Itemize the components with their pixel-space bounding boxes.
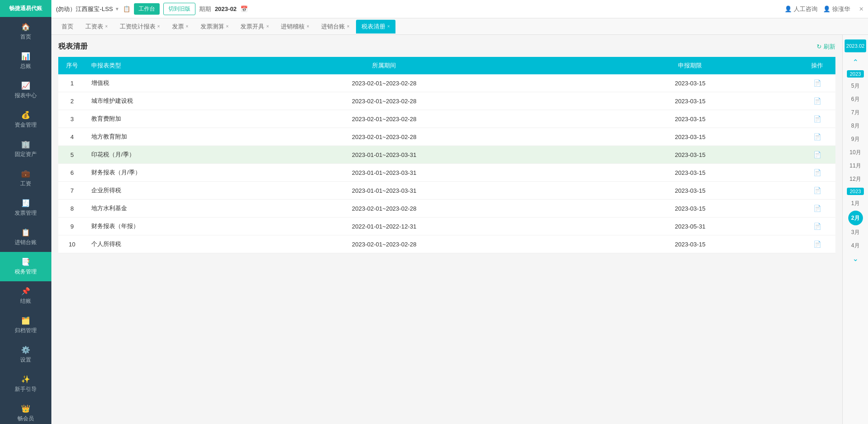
action-icon[interactable]: 📄 xyxy=(813,205,821,212)
sidebar-item-closing[interactable]: 📌 结账 xyxy=(0,281,51,311)
purchase-sales-icon: 📋 xyxy=(21,228,30,237)
cell-no: 5 xyxy=(58,146,86,164)
page-title: 税表清册 xyxy=(58,42,88,51)
table-row: 5 印花税（月/季） 2023-01-01~2023-03-31 2023-03… xyxy=(58,146,835,164)
sidebar-item-ledger[interactable]: 📊 总账 xyxy=(0,46,51,76)
close-button[interactable]: × xyxy=(859,5,863,13)
date-month-5[interactable]: 5月 xyxy=(846,80,866,92)
cell-deadline: 2023-03-15 xyxy=(582,200,799,218)
tab-close-icon[interactable]: × xyxy=(347,24,350,29)
sidebar-item-reports[interactable]: 📈 报表中心 xyxy=(0,76,51,105)
sidebar-item-salary[interactable]: 💼 工资 xyxy=(0,164,51,193)
refresh-button[interactable]: ↻ 刷新 xyxy=(817,43,835,51)
sidebar-item-label: 首页 xyxy=(20,33,31,41)
date-month-12[interactable]: 12月 xyxy=(846,173,866,185)
reports-icon: 📈 xyxy=(21,81,30,90)
action-icon[interactable]: 📄 xyxy=(813,97,821,105)
cell-no: 8 xyxy=(58,200,86,218)
cell-period: 2022-01-01~2022-12-31 xyxy=(187,218,582,235)
tab-salary-stats[interactable]: 工资统计报表 × xyxy=(114,20,166,33)
cell-action: 📄 xyxy=(799,74,835,92)
action-icon[interactable]: 📄 xyxy=(813,79,821,87)
date-scroll-down-button[interactable]: ⌄ xyxy=(851,252,860,265)
cell-action: 📄 xyxy=(799,218,835,235)
switch-old-button[interactable]: 切到旧版 xyxy=(163,3,195,15)
sidebar-item-guide[interactable]: ✨ 新手引导 xyxy=(0,369,51,399)
action-icon[interactable]: 📄 xyxy=(813,115,821,123)
action-icon[interactable]: 📄 xyxy=(813,223,821,230)
workbench-button[interactable]: 工作台 xyxy=(134,3,160,15)
action-icon[interactable]: 📄 xyxy=(813,169,821,176)
sidebar-item-settings[interactable]: ⚙️ 设置 xyxy=(0,340,51,369)
help-button[interactable]: 👤 人工咨询 xyxy=(785,5,818,13)
sidebar-item-fixed-assets[interactable]: 🏢 固定资产 xyxy=(0,134,51,164)
tab-close-icon[interactable]: × xyxy=(306,24,309,29)
date-month-2-active[interactable]: 2月 xyxy=(848,211,863,225)
sidebar-item-label: 畅会员 xyxy=(17,415,34,423)
col-header-period: 所属期间 xyxy=(187,57,582,74)
date-month-7[interactable]: 7月 xyxy=(846,106,866,119)
tab-invoice[interactable]: 发票 × xyxy=(167,20,194,33)
date-month-6[interactable]: 6月 xyxy=(846,93,866,106)
action-icon[interactable]: 📄 xyxy=(813,240,821,248)
sidebar-item-archive[interactable]: 🗂️ 归档管理 xyxy=(0,311,51,340)
sidebar-item-label: 总账 xyxy=(20,62,31,70)
col-header-action: 操作 xyxy=(799,57,835,74)
cell-deadline: 2023-03-15 xyxy=(582,74,799,92)
tab-purchase-ledger[interactable]: 进销台账 × xyxy=(316,20,355,33)
cell-no: 3 xyxy=(58,110,86,128)
tab-home[interactable]: 首页 xyxy=(56,20,79,33)
date-month-9[interactable]: 9月 xyxy=(846,133,866,145)
topbar-right: 👤 人工咨询 👤 徐涨华 × xyxy=(785,5,863,13)
tab-invoice-open[interactable]: 发票开具 × xyxy=(235,20,274,33)
tab-close-icon[interactable]: × xyxy=(226,24,229,29)
date-month-1[interactable]: 1月 xyxy=(846,197,866,210)
sidebar-item-invoice[interactable]: 🧾 发票管理 xyxy=(0,193,51,223)
sidebar-item-label: 归档管理 xyxy=(15,327,37,335)
cell-action: 📄 xyxy=(799,110,835,128)
period-value: 2023-02 xyxy=(215,6,237,12)
tab-close-icon[interactable]: × xyxy=(266,24,269,29)
period-label: 期期 xyxy=(199,5,211,13)
sidebar-item-funds[interactable]: 💰 资金管理 xyxy=(0,105,51,134)
action-icon[interactable]: 📄 xyxy=(813,133,821,140)
sidebar-item-purchase-sales[interactable]: 📋 进销台账 xyxy=(0,223,51,252)
date-month-11[interactable]: 11月 xyxy=(846,160,866,172)
sidebar-item-home[interactable]: 🏠 首页 xyxy=(0,17,51,46)
sidebar-item-member[interactable]: 👑 畅会员 xyxy=(0,399,51,424)
tab-close-icon[interactable]: × xyxy=(387,24,390,29)
cell-type: 增值税 xyxy=(86,74,187,92)
cell-period: 2023-02-01~2023-02-28 xyxy=(187,235,582,253)
content-area: 税表清册 ↻ 刷新 序号 申报表类型 所属期间 申报期限 操作 xyxy=(51,35,868,424)
sidebar: 畅捷通易代账 🏠 首页 📊 总账 📈 报表中心 💰 资金管理 🏢 固定资产 💼 … xyxy=(0,0,51,424)
date-scroll-up-button[interactable]: ⌃ xyxy=(851,56,860,68)
cell-no: 4 xyxy=(58,128,86,146)
tab-salary-table[interactable]: 工资表 × xyxy=(80,20,113,33)
action-icon[interactable]: 📄 xyxy=(813,151,821,158)
page-header: 税表清册 ↻ 刷新 xyxy=(58,42,835,51)
tab-close-icon[interactable]: × xyxy=(157,24,160,29)
table-row: 3 教育费附加 2023-02-01~2023-02-28 2023-03-15… xyxy=(58,110,835,128)
table-row: 9 财务报表（年报） 2022-01-01~2022-12-31 2023-05… xyxy=(58,218,835,235)
date-month-3[interactable]: 3月 xyxy=(846,226,866,239)
date-month-10[interactable]: 10月 xyxy=(846,146,866,159)
cell-period: 2023-02-01~2023-02-28 xyxy=(187,74,582,92)
date-month-4[interactable]: 4月 xyxy=(846,240,866,252)
date-month-8[interactable]: 8月 xyxy=(846,120,866,132)
sidebar-item-label: 固定资产 xyxy=(15,151,37,158)
tab-purchase-audit[interactable]: 进销稽核 × xyxy=(275,20,315,33)
tab-close-icon[interactable]: × xyxy=(186,24,189,29)
calendar-icon[interactable]: 📅 xyxy=(240,6,248,12)
company-selector[interactable]: (勿动）江西服宝-LSS ▼ xyxy=(56,5,119,13)
cell-action: 📄 xyxy=(799,92,835,110)
tab-close-icon[interactable]: × xyxy=(105,24,108,29)
action-icon[interactable]: 📄 xyxy=(813,187,821,194)
sidebar-item-tax[interactable]: 📑 税务管理 xyxy=(0,252,51,281)
settings-icon: ⚙️ xyxy=(21,346,30,354)
sidebar-item-label: 报表中心 xyxy=(15,92,37,100)
cell-action: 📄 xyxy=(799,146,835,164)
sidebar-item-label: 资金管理 xyxy=(15,121,37,129)
cell-deadline: 2023-03-15 xyxy=(582,146,799,164)
tab-tax-list[interactable]: 税表清册 × xyxy=(356,20,395,33)
tab-invoice-calc[interactable]: 发票测算 × xyxy=(195,20,234,33)
